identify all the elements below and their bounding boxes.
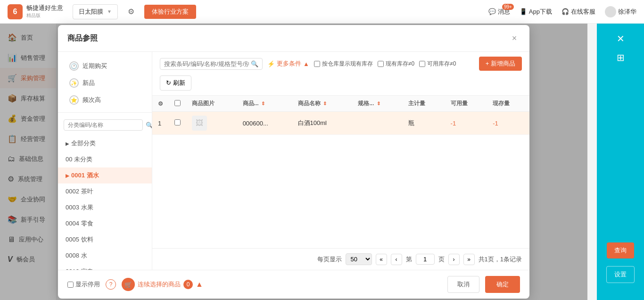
quick-item-recent[interactable]: 🕐 近期购买: [64, 58, 146, 75]
checkbox-show-stock-label: 按仓库显示现有库存: [322, 60, 373, 68]
quick-item-new[interactable]: ✨ 新品: [64, 75, 146, 92]
category-0010[interactable]: 0010 家电: [58, 264, 152, 270]
avatar: [605, 6, 616, 17]
all-arrow-icon: ▶: [66, 141, 69, 146]
page-size-select[interactable]: 50 10 20 100: [346, 253, 372, 265]
checkbox-stock-not-zero-input[interactable]: [378, 61, 384, 67]
app-icon: 📱: [520, 8, 527, 15]
quick-item-frequent[interactable]: ⭐ 频次高: [64, 92, 146, 108]
product-image: 🖼: [192, 116, 207, 131]
next-page-button[interactable]: ›: [448, 254, 460, 265]
new-icon: ✨: [69, 78, 79, 88]
confirm-button[interactable]: 确定: [485, 276, 520, 293]
nav-selector[interactable]: 日太阳膜 ▼: [73, 4, 118, 19]
teal-panel: ✕ ⊞ 查询 设置: [597, 24, 644, 300]
category-search-input[interactable]: [64, 119, 143, 131]
help-button[interactable]: ?: [106, 279, 116, 290]
col-unit[interactable]: 主计量: [403, 96, 445, 112]
cart-count: 0: [183, 280, 193, 289]
category-0003[interactable]: 0003 水果: [58, 200, 152, 216]
user-item[interactable]: 徐泽华: [605, 6, 636, 17]
category-search-icon[interactable]: 🔍: [146, 122, 152, 129]
logo-sub: 精品版: [26, 12, 63, 19]
category-0005[interactable]: 0005 饮料: [58, 232, 152, 248]
show-disabled-checkbox[interactable]: 显示停用: [67, 280, 100, 289]
col-code[interactable]: 商品... ⇕: [237, 96, 292, 112]
cell-spec: [352, 112, 403, 135]
first-page-button[interactable]: «: [376, 254, 387, 265]
cat-0001-arrow-icon: ▶: [66, 173, 69, 178]
col-settings: ⚙: [152, 96, 169, 112]
category-all[interactable]: ▶ 全部分类: [58, 135, 152, 151]
teal-close-icon[interactable]: ✕: [617, 33, 625, 44]
col-image-label: 商品图片: [192, 100, 215, 107]
dialog-close-button[interactable]: ×: [509, 33, 520, 44]
col-name-sort-icon: ⇕: [323, 101, 327, 106]
checkbox-available-not-zero[interactable]: 可用库存≠0: [419, 60, 456, 68]
col-available-label: 可用量: [451, 100, 468, 107]
prev-page-button[interactable]: ‹: [391, 254, 402, 265]
category-0008[interactable]: 0008 水: [58, 248, 152, 264]
more-filter-button[interactable]: ⚡ 更多条件 ▲: [267, 59, 309, 68]
nav-selector-arrow: ▼: [107, 9, 112, 14]
col-spec-sort-icon: ⇕: [377, 101, 380, 106]
category-00[interactable]: 00 未分类: [58, 151, 152, 167]
category-all-label: 全部分类: [71, 139, 96, 148]
page-number-input[interactable]: [416, 254, 435, 265]
col-stock[interactable]: 现存量: [487, 96, 529, 112]
show-disabled-input[interactable]: [67, 282, 74, 288]
col-name[interactable]: 商品名称 ⇕: [292, 96, 353, 112]
table-row[interactable]: 1 🖼 000600... 白酒100ml 瓶: [152, 112, 529, 135]
gear-btn[interactable]: ⚙: [124, 4, 139, 19]
message-icon: 💬: [488, 8, 496, 15]
product-search-box: 🔍: [160, 58, 263, 70]
query-button[interactable]: 查询: [607, 242, 634, 258]
cell-index: 1: [152, 112, 169, 135]
online-service-label: 在线客服: [571, 8, 595, 16]
product-table-area: ⚙ 商品图片 商品... ⇕: [152, 96, 529, 248]
page-text: 第: [406, 255, 412, 264]
content-area: ✕ ⊞ 查询 设置 商品参照 ×: [57, 24, 644, 300]
category-list: ▶ 全部分类 00 未分类 ▶ 0001 酒水 0002 茶: [58, 133, 152, 270]
dialog-overlay: 商品参照 × 🕐 近期购买 ✨: [0, 24, 587, 300]
cat-0002-label: 0002 茶叶: [66, 187, 93, 196]
category-0004[interactable]: 0004 零食: [58, 216, 152, 232]
col-stock-label: 现存量: [493, 100, 510, 107]
filter-icon: ⚡: [267, 60, 275, 67]
cat-0004-label: 0004 零食: [66, 219, 93, 228]
last-page-button[interactable]: »: [463, 254, 475, 265]
cell-code: 000600...: [237, 112, 292, 135]
logo-text: 畅捷通好生意: [26, 4, 63, 12]
message-item[interactable]: 💬 消息 99+: [488, 8, 510, 16]
category-0002[interactable]: 0002 茶叶: [58, 183, 152, 200]
cart-area: 🛒 连续选择的商品 0 ▲: [122, 278, 203, 291]
product-search-input[interactable]: [164, 60, 249, 67]
col-spec[interactable]: 规格... ⇕: [352, 96, 403, 112]
settings-button[interactable]: 设置: [606, 266, 635, 283]
refresh-button[interactable]: ↻ 刷新: [160, 75, 191, 91]
frequent-icon: ⭐: [69, 95, 79, 105]
row-checkbox[interactable]: [174, 119, 181, 125]
teal-expand-icon[interactable]: ⊞: [617, 52, 625, 63]
cancel-button[interactable]: 取消: [447, 276, 479, 293]
dialog-right-panel: 🔍 ⚡ 更多条件 ▲ 按仓库显示现有库存: [152, 52, 529, 270]
trial-button[interactable]: 体验行业方案: [144, 5, 196, 19]
col-available[interactable]: 可用量: [445, 96, 487, 112]
col-image[interactable]: 商品图片: [186, 96, 237, 112]
category-0001[interactable]: ▶ 0001 酒水: [58, 167, 152, 183]
checkbox-available-not-zero-input[interactable]: [419, 61, 425, 67]
checkbox-show-stock-input[interactable]: [314, 61, 320, 67]
checkbox-available-not-zero-label: 可用库存≠0: [427, 60, 456, 68]
checkbox-stock-not-zero[interactable]: 现有库存≠0: [378, 60, 414, 68]
checkbox-show-stock[interactable]: 按仓库显示现有库存: [314, 60, 373, 68]
col-name-label: 商品名称: [298, 100, 321, 107]
dialog-title: 商品参照: [67, 33, 98, 43]
app-download-item[interactable]: 📱 App下载: [520, 8, 552, 16]
product-search-icon[interactable]: 🔍: [251, 60, 258, 67]
cell-checkbox[interactable]: [169, 112, 186, 135]
checkbox-stock-not-zero-label: 现有库存≠0: [386, 60, 414, 68]
collapse-cart-button[interactable]: ▲: [196, 280, 203, 289]
select-all-checkbox[interactable]: [174, 100, 181, 106]
add-product-button[interactable]: + 新增商品: [479, 57, 522, 71]
online-service-item[interactable]: 🎧 在线客服: [561, 8, 595, 16]
